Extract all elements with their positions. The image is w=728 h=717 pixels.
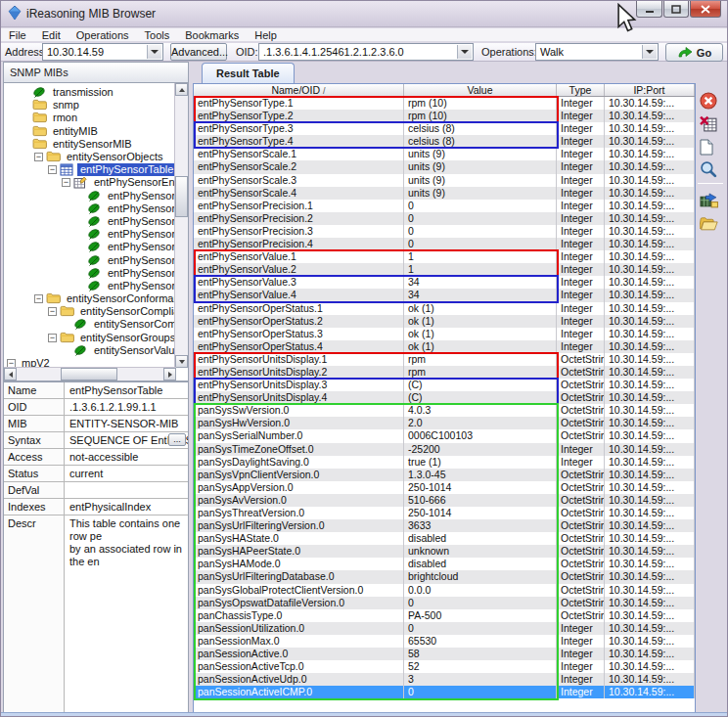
tree-item-entPhySensorOperS[interactable]: entPhySensorOperS [4, 241, 188, 253]
column-header-name-oid[interactable]: Name/OID/ [194, 84, 404, 96]
table-row[interactable]: panSysHAState.0disabledOctetString10.30.… [194, 532, 695, 545]
table-row[interactable]: entPhySensorValue.334Integer10.30.14.59:… [194, 276, 695, 289]
table-row[interactable]: panSysTimeZoneOffset.0-25200Integer10.30… [194, 443, 695, 456]
search-icon[interactable] [700, 159, 721, 179]
table-row[interactable]: panSysOpswatDatafileVersion.00OctetStrin… [194, 597, 695, 609]
table-row[interactable]: panSysSerialNumber.00006C100103OctetStri… [194, 429, 695, 442]
menu-item-bookmarks[interactable]: Bookmarks [177, 28, 247, 42]
column-header-value[interactable]: Value [404, 84, 557, 96]
address-dropdown-icon[interactable] [147, 45, 161, 59]
table-row[interactable]: panSessionActiveUdp.03Integer10.30.14.59… [194, 673, 695, 686]
tree-vertical-scrollbar[interactable] [174, 83, 188, 368]
menu-item-edit[interactable]: Edit [34, 28, 68, 42]
tab-result-table[interactable]: Result Table [202, 63, 295, 83]
tree-vscroll-thumb[interactable] [175, 176, 188, 217]
stop-icon[interactable] [700, 91, 721, 111]
table-row[interactable]: entPhySensorValue.21Integer10.30.14.59:.… [194, 263, 695, 276]
expander-minus-icon[interactable]: − [34, 153, 43, 161]
operations-combo[interactable]: Walk [535, 43, 659, 61]
table-row[interactable]: panSessionActiveTcp.052Integer10.30.14.5… [194, 660, 695, 673]
minimize-button[interactable] [636, 1, 662, 18]
table-row[interactable]: entPhySensorScale.3units (9)Integer10.30… [194, 174, 695, 187]
advanced-button[interactable]: Advanced... [170, 43, 227, 61]
tree-horizontal-scrollbar[interactable] [4, 367, 176, 381]
tree-item-entitySensorGroups[interactable]: −entitySensorGroups [4, 332, 188, 344]
table-row[interactable]: entPhySensorUnitsDisplay.4(C)OctetString… [194, 391, 695, 404]
table-row[interactable]: entPhySensorType.4celsius (8)Integer10.3… [194, 135, 695, 148]
table-row[interactable]: panSysHAMode.0disabledOctetString10.30.1… [194, 558, 695, 570]
table-row[interactable]: entPhySensorOperStatus.2ok (1)Integer10.… [194, 315, 695, 328]
new-document-icon[interactable] [700, 137, 721, 157]
clear-table-icon[interactable] [700, 113, 721, 133]
tree-item-transmission[interactable]: transmission [4, 86, 188, 99]
scroll-up-icon[interactable] [175, 83, 188, 96]
table-row-selected[interactable]: panSessionActiveICMP.00Integer10.30.14.5… [194, 686, 695, 698]
tree-item-entitySensorCompliance[interactable]: entitySensorCompliance [4, 318, 188, 331]
table-row[interactable]: entPhySensorPrecision.10Integer10.30.14.… [194, 200, 695, 212]
table-row[interactable]: panSysUrlFilteringVersion.03633OctetStri… [194, 519, 695, 532]
table-row[interactable]: panSysUrlFilteringDatabase.0brightcloudO… [194, 570, 695, 583]
tree-item-entitySensorValueGroup[interactable]: entitySensorValueGroup [4, 344, 188, 357]
table-row[interactable]: entPhySensorType.3celsius (8)Integer10.3… [194, 122, 695, 135]
table-row[interactable]: entPhySensorOperStatus.3ok (1)Integer10.… [194, 328, 695, 340]
oid-dropdown-icon[interactable] [457, 45, 472, 59]
table-row[interactable]: entPhySensorOperStatus.1ok (1)Integer10.… [194, 302, 695, 315]
tree-item-entPhySensorValueT[interactable]: entPhySensorValueT [4, 267, 188, 280]
tree-item-entityMIB[interactable]: entityMIB [4, 125, 188, 138]
column-header-ip-port[interactable]: IP:Port [605, 84, 695, 96]
table-row[interactable]: panSysAppVersion.0250-1014OctetString10.… [194, 481, 695, 494]
column-header-type[interactable]: Type [557, 84, 605, 96]
tree-item-entPhySensorType[interactable]: entPhySensorType [4, 190, 188, 202]
table-row[interactable]: panSysHwVersion.02.0OctetString10.30.14.… [194, 417, 695, 429]
table-row[interactable]: panChassisType.0PA-500OctetString10.30.1… [194, 609, 695, 622]
expander-minus-icon[interactable]: − [62, 178, 70, 187]
oid-combo[interactable]: .1.3.6.1.4.1.25461.2.1.2.3.6.0 [258, 43, 474, 61]
table-row[interactable]: panSessionMax.065530Integer10.30.14.59:.… [194, 635, 695, 648]
menu-item-file[interactable]: File [1, 28, 34, 42]
go-button[interactable]: Go [665, 43, 723, 62]
table-row[interactable]: entPhySensorUnitsDisplay.2rpmOctetString… [194, 366, 695, 379]
table-row[interactable]: panSessionUtilization.00Integer10.30.14.… [194, 622, 695, 635]
open-folder-icon[interactable] [700, 213, 721, 233]
tree-item-entitySensorConformance[interactable]: −entitySensorConformance [4, 292, 188, 305]
tree-hscroll-thumb[interactable] [61, 368, 117, 381]
tree-item-entPhySensorPrecisi[interactable]: entPhySensorPrecisi [4, 215, 188, 228]
table-row[interactable]: panSysHAPeerState.0unknownOctetString10.… [194, 545, 695, 558]
table-row[interactable]: panSysAvVersion.0510-666OctetString10.30… [194, 494, 695, 507]
table-row[interactable]: entPhySensorValue.11Integer10.30.14.59:.… [194, 250, 695, 263]
tree-item-entitySensorObjects[interactable]: −entitySensorObjects [4, 151, 188, 163]
tree-item-snmp[interactable]: snmp [4, 99, 188, 112]
tree-item-entPhySensorValue[interactable]: entPhySensorValue [4, 228, 188, 241]
tree-item-entitySensorCompliances[interactable]: −entitySensorCompliances [4, 305, 188, 318]
table-row[interactable]: entPhySensorType.1rpm (10)Integer10.30.1… [194, 97, 695, 110]
expander-minus-icon[interactable]: − [34, 294, 43, 303]
scroll-left-icon[interactable] [4, 368, 17, 381]
address-combo[interactable]: 10.30.14.59 [42, 43, 163, 61]
scroll-right-icon[interactable] [163, 368, 176, 381]
table-row[interactable]: entPhySensorUnitsDisplay.3(C)OctetString… [194, 379, 695, 391]
menu-item-operations[interactable]: Operations [68, 28, 137, 42]
operations-dropdown-icon[interactable] [642, 45, 657, 59]
export-icon[interactable] [700, 191, 721, 210]
table-row[interactable]: entPhySensorOperStatus.4ok (1)Integer10.… [194, 340, 695, 353]
close-button[interactable] [690, 1, 721, 18]
tree-item-entPhySensorUnitsD[interactable]: entPhySensorUnitsD [4, 253, 188, 266]
expander-minus-icon[interactable]: − [48, 334, 57, 342]
table-row[interactable]: entPhySensorValue.434Integer10.30.14.59:… [194, 289, 695, 301]
table-row[interactable]: panSysVpnClientVersion.01.3.0-45OctetStr… [194, 469, 695, 481]
table-row[interactable]: panSysThreatVersion.0250-1014OctetString… [194, 507, 695, 519]
table-row[interactable]: panSessionActive.058Integer10.30.14.59:.… [194, 648, 695, 660]
table-row[interactable]: entPhySensorPrecision.30Integer10.30.14.… [194, 225, 695, 238]
table-row[interactable]: entPhySensorScale.2units (9)Integer10.30… [194, 160, 695, 173]
expander-minus-icon[interactable]: − [48, 307, 57, 316]
scroll-down-icon[interactable] [175, 355, 188, 368]
table-row[interactable]: entPhySensorPrecision.40Integer10.30.14.… [194, 238, 695, 250]
tree-item-entPhySensorTable[interactable]: −entPhySensorTable [4, 163, 188, 176]
table-row[interactable]: panSysSwVersion.04.0.3OctetString10.30.1… [194, 404, 695, 417]
tree-item-entPhySensorEntry[interactable]: −entPhySensorEntry [4, 176, 188, 189]
table-row[interactable]: entPhySensorPrecision.20Integer10.30.14.… [194, 212, 695, 225]
table-row[interactable]: panSysDaylightSaving.0true (1)Integer10.… [194, 456, 695, 469]
menu-item-help[interactable]: Help [247, 28, 285, 42]
table-row[interactable]: entPhySensorUnitsDisplay.1rpmOctetString… [194, 353, 695, 366]
menu-item-tools[interactable]: Tools [137, 28, 178, 42]
